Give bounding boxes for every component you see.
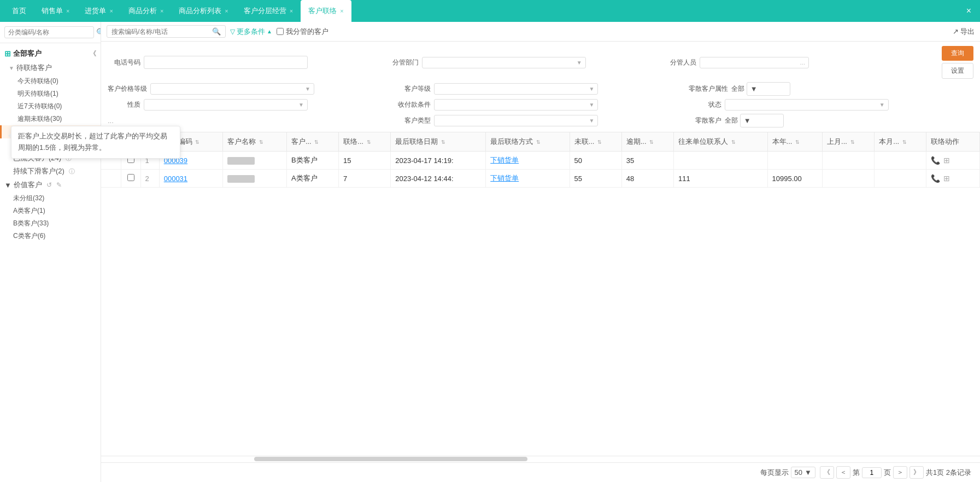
export-button[interactable]: ↗ 导出 — [953, 27, 975, 37]
sidebar-root-all-customers[interactable]: ⊞ 全部客户 《 — [0, 47, 101, 61]
col-this-month[interactable]: 本月... ⇅ — [875, 132, 926, 152]
page-text: 第 — [853, 468, 860, 478]
phone-action-icon[interactable]: 📞 — [931, 174, 940, 183]
sidebar-item-declining[interactable]: 持续下滑客户(2) ⓘ — [0, 165, 101, 178]
sidebar-item-today-pending[interactable]: 今天待联络(0) — [4, 75, 101, 88]
nature-label: 性质 — [108, 100, 140, 109]
retail-customer-select-wrap: 全部 ▼ — [725, 114, 784, 127]
more-conditions-button[interactable]: ▽ 更多条件 ▲ — [230, 27, 272, 37]
nature-select[interactable]: ▼ — [144, 99, 308, 111]
row-name-cell — [223, 152, 287, 170]
row-last-date-cell: 2023-04-12 14:44: — [391, 170, 486, 188]
col-type[interactable]: 客户... ⇅ — [286, 132, 338, 152]
close-icon[interactable]: × — [160, 8, 163, 14]
prev-page-button[interactable]: ＜ — [836, 466, 850, 479]
col-name[interactable]: 客户名称 ⇅ — [223, 132, 287, 152]
my-customer-checkbox-area: 我分管的客户 — [277, 27, 328, 37]
search-input[interactable] — [112, 28, 210, 36]
last-page-button[interactable]: 》 — [909, 466, 924, 479]
my-customer-checkbox[interactable] — [277, 28, 284, 35]
dept-select[interactable]: ▼ — [422, 57, 586, 68]
col-overdue[interactable]: 逾期... ⇅ — [621, 132, 673, 152]
nav-purchase[interactable]: 进货单 × — [77, 0, 120, 22]
sidebar-item-overdue[interactable]: 逾期未联络(30) — [4, 113, 101, 125]
sidebar-item-class-b[interactable]: B类客户(33) — [0, 217, 101, 230]
category-search-icon[interactable]: 🔍 — [96, 28, 101, 37]
row-settings — [101, 170, 121, 188]
category-search-input[interactable] — [4, 26, 94, 38]
filter-phone-field: 电话号码 — [108, 56, 380, 69]
row-type-cell: B类客户 — [286, 152, 338, 170]
chevron-down-icon: ▼ — [744, 117, 751, 125]
customer-code-link[interactable]: 000031 — [164, 175, 187, 183]
price-grade-select[interactable]: ▼ — [150, 83, 314, 95]
customer-name-blurred — [227, 157, 255, 165]
col-last-month[interactable]: 上月... ⇅ — [823, 132, 875, 152]
collapse-sidebar-icon[interactable]: 《 — [90, 49, 96, 59]
nav-sales[interactable]: 销售单 × — [34, 0, 77, 22]
last-method-link[interactable]: 下销货单 — [490, 174, 519, 182]
close-icon[interactable]: × — [340, 8, 343, 14]
row-checkbox[interactable] — [127, 174, 134, 181]
table-row: 2 000031 A类客户 7 2023-04-12 14:44: 下销货单 — [101, 170, 980, 188]
page-number-input[interactable] — [862, 467, 882, 478]
row-overdue-cell: 35 — [621, 152, 673, 170]
edit-icon[interactable]: ✎ — [56, 181, 62, 189]
settings-button[interactable]: 设置 — [942, 63, 973, 79]
retail-attr-select-wrap: 全部 ▼ — [731, 82, 790, 96]
sidebar-item-tomorrow-pending[interactable]: 明天待联络(1) — [4, 88, 101, 100]
sidebar-item-ungrouped[interactable]: 未分组(32) — [0, 192, 101, 205]
close-icon[interactable]: × — [109, 8, 113, 14]
col-contact[interactable]: 联络... ⇅ — [339, 132, 391, 152]
close-icon[interactable]: × — [225, 8, 228, 14]
phone-input[interactable] — [144, 56, 308, 69]
next-page-button[interactable]: ＞ — [893, 466, 907, 479]
nav-product-analysis[interactable]: 商品分析 × — [121, 0, 171, 22]
close-icon[interactable]: × — [290, 8, 293, 14]
grid-action-icon[interactable]: ⊞ — [943, 156, 950, 165]
sidebar-item-class-c[interactable]: C类客户(6) — [0, 230, 101, 242]
nav-customer-contact[interactable]: 客户联络 × — [301, 0, 351, 22]
nav-home[interactable]: 首页 — [4, 0, 34, 22]
col-last-contact-method[interactable]: 最后联络方式 ⇅ — [486, 132, 570, 152]
search-icon[interactable]: 🔍 — [212, 27, 221, 36]
col-uncontacted[interactable]: 未联... ⇅ — [570, 132, 621, 152]
retail-attr-select[interactable]: ▼ — [747, 82, 790, 96]
nav-customer-tier[interactable]: 客户分层经营 × — [236, 0, 301, 22]
person-select[interactable]: … — [700, 57, 809, 68]
close-window-button[interactable]: × — [962, 6, 976, 16]
close-icon[interactable]: × — [66, 8, 69, 14]
filter-nature-field: 性质 ▼ — [108, 99, 392, 111]
scroll-thumb[interactable] — [254, 457, 527, 461]
tooltip-overlay: 距客户上次交易时长，超过了此客户的平均交易周期的1.5倍，则视为异常。 — [11, 126, 180, 159]
row-action-cell: 📞 ⊞ — [926, 152, 980, 170]
pending-contact-header[interactable]: ▼ 待联络客户 — [4, 61, 101, 75]
chevron-down-icon: ▼ — [305, 86, 310, 92]
nav-product-analysis-list[interactable]: 商品分析列表 × — [171, 0, 236, 22]
refresh-icon[interactable]: ↺ — [46, 181, 52, 189]
retail-customer-select[interactable]: ▼ — [740, 114, 784, 127]
info-icon[interactable]: ⓘ — [69, 167, 75, 176]
dots-expand-button[interactable]: ... — [108, 117, 114, 125]
col-last-contact-date[interactable]: 最后联络日期 ⇅ — [391, 132, 486, 152]
grid-action-icon[interactable]: ⊞ — [943, 174, 950, 183]
customer-type-select[interactable]: ▼ — [434, 115, 598, 126]
retail-attr-value: 全部 — [731, 84, 744, 94]
top-navigation: 首页 销售单 × 进货单 × 商品分析 × 商品分析列表 × 客户分层经营 × … — [0, 0, 980, 22]
col-this-year[interactable]: 本年... ⇅ — [767, 132, 823, 152]
value-customer-header[interactable]: ▼ 价值客户 ↺ ✎ — [0, 178, 101, 192]
page-size-dropdown[interactable]: 50 ▼ — [791, 467, 815, 478]
filter-retail-customer-field: 零散客户 全部 ▼ — [689, 114, 973, 127]
col-contact-person[interactable]: 往来单位联系人 ⇅ — [673, 132, 767, 152]
horizontal-scrollbar[interactable] — [101, 456, 980, 462]
first-page-button[interactable]: 《 — [820, 466, 834, 479]
customer-grade-select[interactable]: ▼ — [434, 83, 598, 95]
status-select[interactable]: ▼ — [725, 99, 889, 111]
payment-select[interactable]: ▼ — [434, 99, 598, 111]
query-button[interactable]: 查询 — [942, 46, 973, 61]
sidebar-item-7days-pending[interactable]: 近7天待联络(0) — [4, 100, 101, 113]
retail-attr-label: 零散客户属性 — [689, 84, 728, 94]
phone-action-icon[interactable]: 📞 — [931, 156, 940, 165]
sidebar-item-class-a[interactable]: A类客户(1) — [0, 205, 101, 217]
last-method-link[interactable]: 下销货单 — [490, 156, 519, 164]
